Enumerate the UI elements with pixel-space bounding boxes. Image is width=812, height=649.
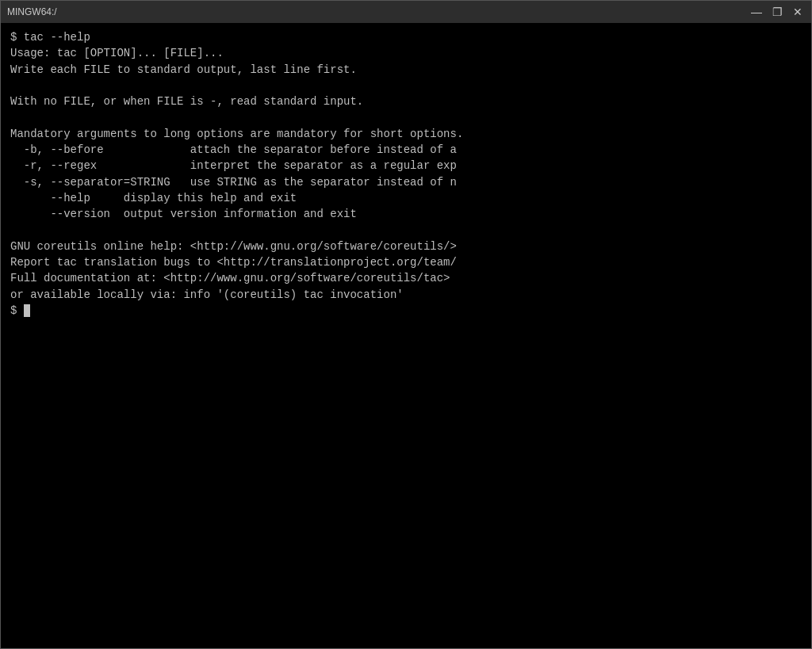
- title-bar: MINGW64:/ — ❐ ✕: [1, 1, 811, 23]
- window-controls: — ❐ ✕: [749, 5, 805, 19]
- terminal-output[interactable]: $ tac --help Usage: tac [OPTION]... [FIL…: [1, 23, 811, 648]
- terminal-window: MINGW64:/ — ❐ ✕ $ tac --help Usage: tac …: [0, 0, 812, 649]
- terminal-cursor: [24, 304, 30, 317]
- close-button[interactable]: ✕: [791, 5, 805, 19]
- minimize-button[interactable]: —: [749, 5, 764, 19]
- terminal-content: $ tac --help Usage: tac [OPTION]... [FIL…: [10, 29, 802, 319]
- maximize-button[interactable]: ❐: [770, 5, 784, 19]
- window-title: MINGW64:/: [7, 6, 57, 17]
